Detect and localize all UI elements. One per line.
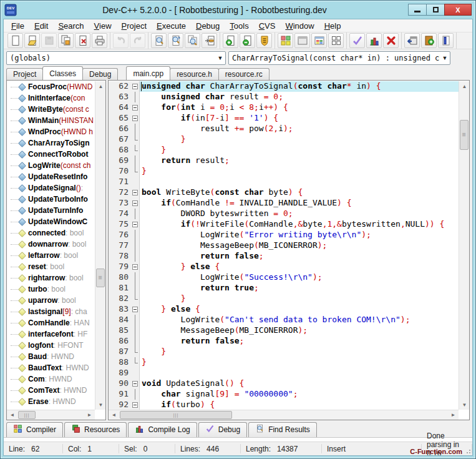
code-line-75[interactable]: 75 if(!WriteFile(ComHandle,&byte,1,&byte… [109,219,459,230]
code-line-83[interactable]: 83 } else { [109,304,459,315]
fold-collapse-icon[interactable] [131,378,140,389]
code-line-89[interactable]: 89 [109,368,459,378]
menu-execute[interactable]: Execute [152,20,191,32]
editor-hscroll-thumb[interactable]: ||| [120,411,232,419]
tree-item[interactable]: Com : HWND [11,373,95,385]
tree-item[interactable]: interfacefont : HF [11,328,95,340]
tab-classes[interactable]: Classes [42,66,83,80]
fold-collapse-icon[interactable] [131,113,140,124]
add-file-button[interactable] [421,33,437,48]
tree-item[interactable]: UpdateWindowC [11,216,95,227]
editor-vertical-scrollbar[interactable]: ▲ ☰ ▼ [459,81,469,410]
code-editor[interactable]: 62unsigned char CharArrayToSignal(const … [109,81,459,410]
code-line-77[interactable]: 77 MessageBeep(MB_ICONERROR); [109,240,459,251]
tree-item[interactable]: lastsignal [9] : cha [11,306,95,317]
output-tab-resources[interactable]: Resources [64,422,127,437]
member-combobox[interactable]: CharArrayToSignal(const char* in) : unsi… [228,51,450,65]
tree-item[interactable]: Baud : HWND [11,351,95,362]
menu-edit[interactable]: Edit [29,20,53,32]
remove-source-button[interactable] [240,33,255,48]
debug-shield-button[interactable] [256,33,272,48]
tree-item[interactable]: logfont : HFONT [11,340,95,351]
menu-project[interactable]: Project [117,20,152,32]
code-line-86[interactable]: 86 return false; [109,336,459,347]
tree-hscroll-thumb[interactable]: ||| [18,411,36,419]
file-tab-main-cpp[interactable]: main.cpp [126,66,170,80]
tree-item[interactable]: turbo : bool [11,284,95,295]
replace-button[interactable] [168,33,183,48]
code-line-63[interactable]: 63 unsigned char result = 0; [109,92,459,102]
fold-collapse-icon[interactable] [131,400,140,410]
menu-view[interactable]: View [89,20,117,32]
menu-tools[interactable]: Tools [225,20,253,32]
menu-cvs[interactable]: CVS [254,20,281,32]
scroll-left-icon[interactable]: ◄ [109,410,119,420]
tree-item[interactable]: rightarrow : bool [11,272,95,284]
fold-collapse-icon[interactable] [131,187,140,198]
scroll-up-icon[interactable]: ▲ [95,81,106,91]
goto-line-button[interactable] [202,33,217,48]
tree-item[interactable]: downarrow : bool [11,239,95,250]
editor-horizontal-scrollbar[interactable]: ◄ ||| ► [109,410,459,420]
tree-item[interactable]: InitInterface (con [11,92,95,104]
code-line-92[interactable]: 92 if(turbo) { [109,400,459,410]
menu-help[interactable]: Help [319,20,346,32]
find-in-files-button[interactable] [185,33,200,48]
window-prev-button[interactable] [404,33,420,48]
code-line-90[interactable]: 90void UpdateSignal() { [109,378,459,389]
rebuild-button[interactable] [328,33,344,48]
code-line-81[interactable]: 81 return true; [109,283,459,294]
open-file-button[interactable] [24,33,40,48]
tree-item[interactable]: ComHandle : HAN [11,317,95,328]
fold-collapse-icon[interactable] [131,262,140,272]
find-button[interactable] [151,33,167,48]
fold-collapse-icon[interactable] [131,102,140,113]
scroll-up-icon[interactable]: ▲ [459,81,470,91]
scroll-down-icon[interactable]: ▼ [95,400,106,410]
tree-item[interactable]: ComText : HWND [11,385,95,396]
chevron-down-icon[interactable]: ▼ [215,55,225,61]
menu-search[interactable]: Search [53,20,89,32]
tree-vertical-scrollbar[interactable]: ▲ ☰ ▼ [95,81,105,410]
output-tab-debug[interactable]: Debug [198,422,247,437]
code-line-71[interactable]: 71 [109,177,459,187]
code-line-65[interactable]: 65 if(in[7-i] == '1') { [109,113,459,124]
tree-horizontal-scrollbar[interactable]: ◄ ||| ► [7,410,95,420]
pause-button[interactable] [438,33,454,48]
code-line-85[interactable]: 85 MessageBeep(MB_ICONERROR); [109,325,459,336]
tree-item[interactable]: UpdateSignal () : [11,182,95,194]
fold-collapse-icon[interactable] [131,198,140,209]
code-line-66[interactable]: 66 result += pow(2,i); [109,124,459,134]
code-line-68[interactable]: 68 } [109,145,459,155]
tree-vscroll-thumb[interactable]: ☰ [96,269,105,287]
tree-item[interactable]: FocusProc (HWND [11,81,95,92]
profile-button[interactable] [366,33,382,48]
code-line-79[interactable]: 79 } else { [109,262,459,272]
code-line-80[interactable]: 80 LogWrite("Success!\r\n"); [109,272,459,283]
tree-item[interactable]: connected : bool [11,227,95,239]
code-line-87[interactable]: 87 } [109,347,459,357]
code-line-67[interactable]: 67 } [109,134,459,145]
fold-collapse-icon[interactable] [131,81,140,92]
tree-item[interactable]: ConnectToRobot [11,149,95,160]
minimize-button[interactable] [408,4,427,16]
tree-item[interactable]: CharArrayToSign [11,137,95,149]
code-line-76[interactable]: 76 LogWrite("Error writing byte\r\n"); [109,230,459,240]
chevron-down-icon[interactable]: ▼ [440,55,450,61]
code-line-73[interactable]: 73 if(ComHandle != INVALID_HANDLE_VALUE)… [109,198,459,209]
tree-item[interactable]: WinMain (HINSTAN [11,115,95,126]
file-tab-resource-rc[interactable]: resource.rc [218,68,270,80]
compile-button[interactable] [278,33,293,48]
scroll-down-icon[interactable]: ▼ [459,400,470,410]
file-tab-resource-h[interactable]: resource.h [170,68,219,80]
menu-window[interactable]: Window [280,20,319,32]
fold-collapse-icon[interactable] [131,304,140,315]
abort-button[interactable] [383,33,399,48]
editor-vscroll-thumb[interactable]: ☰ [460,120,469,150]
code-line-70[interactable]: 70} [109,166,459,177]
code-line-72[interactable]: 72bool WriteByte(const char byte) { [109,187,459,198]
resize-grip[interactable] [466,449,471,454]
close-file-button[interactable] [75,33,90,48]
tree-item[interactable]: UpdateResetInfo [11,171,95,182]
print-button[interactable] [92,33,107,48]
